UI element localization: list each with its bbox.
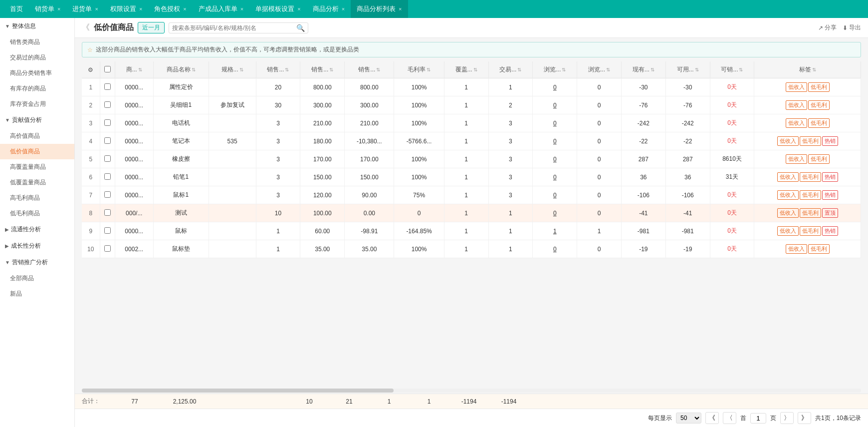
row-checkbox-cell[interactable] [100,96,115,114]
th-avail[interactable]: 可用...⇅ [665,61,710,78]
view-count1[interactable]: 0 [533,132,577,150]
sidebar-item-traded-products[interactable]: 交易过的商品 [0,50,74,65]
row-checkbox[interactable] [104,137,111,144]
sellable-days: 0天 [710,114,754,132]
th-price[interactable]: 销售...⇅ [300,61,345,78]
sidebar-item-category-sales-rate[interactable]: 商品分类销售率 [0,65,74,81]
close-order-template[interactable]: × [297,6,300,12]
sidebar-item-high-value[interactable]: 高价值商品 [0,128,74,144]
sidebar-item-stock-capital[interactable]: 库存资金占用 [0,96,74,112]
horizontal-scrollbar[interactable] [82,389,861,393]
sidebar-item-stocked-products[interactable]: 有库存的商品 [0,81,74,96]
view-count1[interactable]: 0 [533,78,577,96]
export-button[interactable]: ⬇ 导出 [843,23,861,32]
table-header-row: ⚙ 商...⇅ 商品名称⇅ 规格...⇅ 销售...⇅ 销售...⇅ 销售...… [82,61,861,78]
row-checkbox-cell[interactable] [100,204,115,222]
row-checkbox[interactable] [104,245,111,252]
nav-home[interactable]: 首页 [4,0,29,18]
view-count1[interactable]: 0 [533,240,577,258]
search-input[interactable] [172,24,296,31]
view-count1[interactable]: 0 [533,150,577,168]
sidebar-item-high-coverage[interactable]: 高覆盖量商品 [0,159,74,175]
nav-product-analysis-list[interactable]: 商品分析列表 × [351,0,408,18]
row-checkbox-cell[interactable] [100,150,115,168]
row-checkbox[interactable] [104,83,111,90]
th-name[interactable]: 商品名称⇅ [153,61,209,78]
row-checkbox[interactable] [104,101,111,108]
row-checkbox-cell[interactable] [100,78,115,96]
sidebar-section-overall[interactable]: ▼ 整体信息 [0,18,74,34]
row-checkbox[interactable] [104,227,111,234]
th-spec[interactable]: 规格...⇅ [209,61,256,78]
row-checkbox-cell[interactable] [100,222,115,240]
sidebar-section-liquidity[interactable]: ▶ 流通性分析 [0,221,74,238]
th-view1[interactable]: 浏览...⇅ [533,61,577,78]
close-role-auth[interactable]: × [183,6,186,12]
nav-permission[interactable]: 权限设置 × [104,0,148,18]
row-checkbox[interactable] [104,119,111,126]
select-all-checkbox[interactable] [104,66,111,72]
row-checkbox-cell[interactable] [100,240,115,258]
row-checkbox-cell[interactable] [100,114,115,132]
page-number-input[interactable] [750,413,766,424]
first-page-button[interactable]: 《 [705,412,719,424]
row-checkbox-cell[interactable] [100,186,115,204]
row-checkbox-cell[interactable] [100,132,115,150]
last-page-button[interactable]: 》 [798,412,811,424]
row-checkbox-cell[interactable] [100,168,115,186]
th-tags[interactable]: 标签⇅ [754,61,861,78]
th-view2[interactable]: 浏览...⇅ [577,61,622,78]
sidebar-item-sales-products[interactable]: 销售类商品 [0,34,74,50]
view-count1[interactable]: 0 [533,114,577,132]
view-count1[interactable]: 0 [533,186,577,204]
close-product-inbound[interactable]: × [240,6,243,12]
th-amount[interactable]: 销售...⇅ [345,61,394,78]
prev-page-button[interactable]: 〈 [723,412,736,424]
nav-order-template[interactable]: 单据模板设置 × [249,0,306,18]
sidebar-item-low-gross[interactable]: 低毛利商品 [0,206,74,221]
search-icon[interactable]: 🔍 [296,24,305,32]
view-count1[interactable]: 1 [533,222,577,240]
close-sales-order[interactable]: × [57,6,60,12]
th-coverage[interactable]: 覆盖...⇅ [444,61,488,78]
th-settings[interactable]: ⚙ [82,61,100,78]
sidebar-item-high-gross[interactable]: 高毛利商品 [0,190,74,206]
share-button[interactable]: ↗ 分享 [818,23,837,32]
row-checkbox[interactable] [104,209,111,216]
next-page-button[interactable]: 〉 [780,412,794,424]
sidebar-section-growth[interactable]: ▶ 成长性分析 [0,238,74,254]
row-checkbox[interactable] [104,155,111,162]
nav-sales-order[interactable]: 销货单 × [29,0,66,18]
th-gross-rate[interactable]: 毛利率⇅ [394,61,444,78]
th-trade[interactable]: 交易...⇅ [488,61,533,78]
th-code[interactable]: 商...⇅ [115,61,153,78]
row-checkbox[interactable] [104,173,111,180]
scrollbar-thumb[interactable] [82,389,394,393]
sidebar-section-marketing[interactable]: ▼ 营销推广分析 [0,254,74,271]
nav-product-analysis[interactable]: 商品分析 × [307,0,351,18]
close-permission[interactable]: × [139,6,142,12]
close-product-analysis[interactable]: × [342,6,345,12]
th-checkbox[interactable] [100,61,115,78]
sidebar-item-low-value[interactable]: 低价值商品 [0,144,74,159]
view-count1[interactable]: 0 [533,96,577,114]
th-stock[interactable]: 现有...⇅ [621,61,665,78]
period-button[interactable]: 近一月 [138,22,165,33]
coverage-count: 1 [444,114,488,132]
close-purchase-order[interactable]: × [95,6,98,12]
close-product-analysis-list[interactable]: × [399,6,402,12]
sidebar-section-contribution[interactable]: ▼ 贡献值分析 [0,112,74,128]
view-count1[interactable]: 0 [533,168,577,186]
th-qty[interactable]: 销售...⇅ [256,61,300,78]
nav-product-inbound[interactable]: 产成品入库单 × [193,0,249,18]
row-checkbox[interactable] [104,191,111,198]
sidebar-item-low-coverage[interactable]: 低覆盖量商品 [0,175,74,190]
nav-purchase-order[interactable]: 进货单 × [66,0,104,18]
nav-role-auth[interactable]: 角色授权 × [148,0,192,18]
sidebar-item-new-products[interactable]: 新品 [0,286,74,302]
collapse-sidebar-button[interactable]: 《 [82,22,90,33]
th-sellable[interactable]: 可销...⇅ [710,61,754,78]
per-page-select[interactable]: 50 100 200 [676,413,701,424]
view-count1[interactable]: 0 [533,204,577,222]
sidebar-item-all-products[interactable]: 全部商品 [0,271,74,286]
